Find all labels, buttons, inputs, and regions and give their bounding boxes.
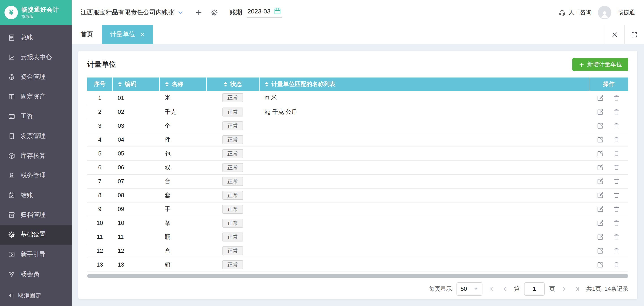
- edit-button[interactable]: [597, 247, 604, 254]
- sidebar-item-label: 基础设置: [20, 231, 46, 239]
- delete-button[interactable]: [613, 122, 620, 129]
- app-title: 畅捷通好会计: [22, 6, 59, 13]
- edit-button[interactable]: [597, 164, 604, 171]
- column-header-ops: 操作: [589, 78, 628, 91]
- delete-button[interactable]: [613, 219, 620, 227]
- sidebar-item-fixed-assets[interactable]: 固定资产: [0, 87, 72, 107]
- cell-no: 3: [87, 119, 112, 133]
- support-consult-button[interactable]: 人工咨询: [558, 9, 592, 17]
- column-header-code[interactable]: 编码: [112, 78, 159, 91]
- sidebar-item-funds[interactable]: 资金管理: [0, 67, 72, 87]
- ledger-icon: [8, 34, 15, 41]
- last-page-button[interactable]: [573, 284, 582, 293]
- table-row: 2 02 千克 正常 kg 千克 公斤: [87, 105, 628, 119]
- app-logo: ¥ 畅捷通好会计 旗舰版: [0, 0, 72, 25]
- status-badge: 正常: [222, 107, 243, 116]
- sidebar-item-closing[interactable]: 结账: [0, 185, 72, 205]
- edit-button[interactable]: [597, 206, 604, 213]
- username[interactable]: 畅捷通: [618, 9, 635, 17]
- delete-button[interactable]: [613, 192, 620, 199]
- sidebar-item-salary[interactable]: 工资: [0, 107, 72, 126]
- column-header-names[interactable]: 计量单位匹配的名称列表: [259, 78, 589, 91]
- prev-page-button[interactable]: [500, 284, 509, 293]
- period-date-field[interactable]: 2023-03: [246, 8, 282, 18]
- cell-status: 正常: [206, 133, 259, 147]
- table-row: 10 10 条 正常: [87, 216, 628, 230]
- cell-operations: [589, 133, 628, 147]
- column-header-no: 序号: [87, 78, 112, 91]
- add-account-button[interactable]: [195, 9, 202, 16]
- sidebar-item-basic-settings[interactable]: 基础设置: [0, 225, 72, 245]
- delete-button[interactable]: [613, 206, 620, 213]
- edit-button[interactable]: [597, 136, 604, 143]
- add-unit-label: 新增计量单位: [587, 61, 622, 69]
- sidebar-item-membership[interactable]: 畅会员: [0, 264, 72, 284]
- sidebar-item-onboarding[interactable]: 新手引导: [0, 245, 72, 264]
- cell-no: 12: [87, 244, 112, 258]
- per-page-label: 每页显示: [429, 285, 452, 293]
- delete-button[interactable]: [613, 150, 620, 157]
- cell-code: 04: [112, 133, 159, 147]
- table-row: 9 09 手 正常: [87, 202, 628, 216]
- sidebar-item-archive[interactable]: 归档管理: [0, 205, 72, 225]
- column-header-status[interactable]: 状态: [206, 78, 259, 91]
- cell-names: kg 千克 公斤: [259, 105, 589, 119]
- tab-measurement-unit[interactable]: 计量单位: [102, 25, 153, 44]
- delete-button[interactable]: [613, 164, 620, 171]
- add-unit-button[interactable]: 新增计量单位: [572, 58, 628, 71]
- period-value: 2023-03: [248, 8, 270, 15]
- tab-close-icon[interactable]: [140, 32, 145, 37]
- cell-name: 台: [159, 174, 206, 188]
- chevron-down-icon: [177, 10, 184, 16]
- delete-button[interactable]: [613, 247, 620, 254]
- status-badge: 正常: [222, 204, 243, 213]
- sidebar-item-inventory[interactable]: 库存核算: [0, 146, 72, 166]
- delete-button[interactable]: [613, 94, 620, 102]
- settings-gear-button[interactable]: [210, 9, 218, 16]
- sidebar-item-invoices[interactable]: 发票管理: [0, 126, 72, 146]
- cell-names: [259, 160, 589, 174]
- edit-button[interactable]: [597, 192, 604, 199]
- horizontal-scrollbar-thumb[interactable]: [87, 274, 628, 277]
- delete-button[interactable]: [613, 178, 620, 185]
- company-selector[interactable]: 江西服宝精品有限责任公司内账张: [80, 9, 184, 17]
- delete-button[interactable]: [613, 233, 620, 241]
- delete-button[interactable]: [613, 136, 620, 143]
- fullscreen-icon[interactable]: [624, 25, 644, 44]
- sidebar-item-tax[interactable]: 税务管理: [0, 166, 72, 185]
- edit-button[interactable]: [597, 178, 604, 185]
- column-header-name[interactable]: 名称: [159, 78, 206, 91]
- cell-name: 千克: [159, 105, 206, 119]
- sidebar-item-general-ledger[interactable]: 总账: [0, 28, 72, 48]
- topbar: 江西服宝精品有限责任公司内账张 账期 2023-03 人工咨询 畅捷通: [72, 0, 644, 25]
- delete-button[interactable]: [613, 108, 620, 116]
- edit-button[interactable]: [597, 150, 604, 157]
- cell-code: 06: [112, 160, 159, 174]
- avatar[interactable]: [598, 6, 611, 19]
- cell-status: 正常: [206, 119, 259, 133]
- edit-button[interactable]: [597, 233, 604, 241]
- unpin-icon: [7, 292, 14, 299]
- sidebar-item-cloud-reports[interactable]: 云报表中心: [0, 48, 72, 67]
- edit-button[interactable]: [597, 219, 604, 227]
- cell-operations: [589, 160, 628, 174]
- delete-button[interactable]: [613, 261, 620, 268]
- per-page-select[interactable]: 50: [456, 282, 482, 295]
- edit-button[interactable]: [597, 122, 604, 129]
- unpin-sidebar-button[interactable]: 取消固定: [0, 285, 72, 306]
- period-label: 账期: [230, 9, 242, 17]
- cell-name: 套: [159, 188, 206, 202]
- edit-button[interactable]: [597, 261, 604, 268]
- page-number-input[interactable]: [524, 282, 545, 295]
- main-content: 计量单位 新增计量单位 序号 编码 名称 状态 计量单位匹配的名称列表: [72, 44, 644, 306]
- brand-emblem-icon: ¥: [4, 6, 18, 19]
- table-row: 4 04 件 正常: [87, 133, 628, 147]
- edit-button[interactable]: [597, 94, 604, 102]
- next-page-button[interactable]: [560, 284, 568, 293]
- edit-button[interactable]: [597, 108, 604, 116]
- close-all-tabs-button[interactable]: [604, 25, 624, 44]
- first-page-button[interactable]: [487, 284, 496, 293]
- page-suffix: 页: [549, 285, 555, 293]
- page-title: 计量单位: [87, 60, 116, 69]
- tab-home[interactable]: 首页: [72, 25, 102, 44]
